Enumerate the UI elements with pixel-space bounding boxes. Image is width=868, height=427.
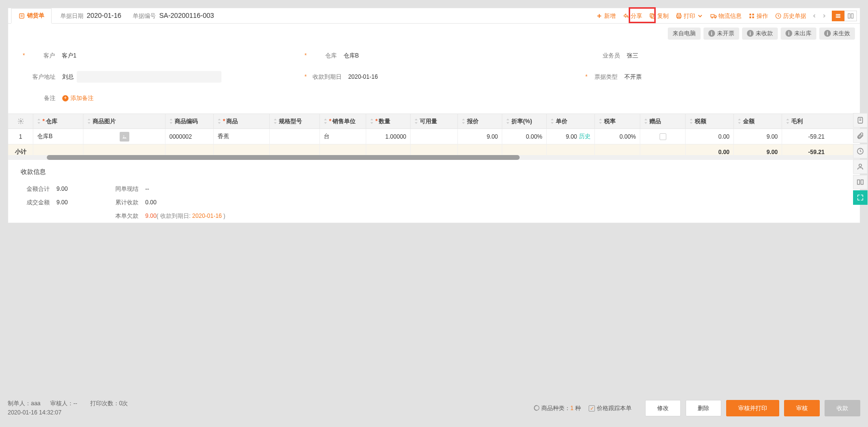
plus-circle-icon: + xyxy=(62,95,69,101)
cell-avail[interactable] xyxy=(411,129,458,144)
cell-code[interactable]: 0000002 xyxy=(165,129,214,144)
col-spec[interactable]: 规格型号 xyxy=(270,114,320,128)
svg-rect-10 xyxy=(752,14,754,15)
addr-value[interactable]: 刘总 xyxy=(62,73,74,81)
status-not-invoiced[interactable]: i未开票 xyxy=(703,28,739,40)
copy-button[interactable]: 复制 xyxy=(646,8,672,24)
delete-button[interactable]: 删除 xyxy=(686,400,721,416)
settle-value: -- xyxy=(145,185,149,192)
warehouse-value[interactable]: 仓库B xyxy=(344,52,359,60)
logistics-button[interactable]: 物流信息 xyxy=(707,8,745,24)
customer-value[interactable]: 客户1 xyxy=(62,52,77,60)
share-button[interactable]: 分享 xyxy=(619,8,646,24)
new-button[interactable]: 新增 xyxy=(592,8,619,24)
col-warehouse[interactable]: *仓库 xyxy=(33,114,83,128)
payment-title: 收款信息 xyxy=(21,168,847,176)
svg-rect-15 xyxy=(851,14,853,18)
tab-sales-order[interactable]: 销货单 xyxy=(11,8,52,24)
due-value[interactable]: 2020-01-16 xyxy=(348,73,378,80)
price-history-link[interactable]: 历史 xyxy=(579,132,591,141)
svg-point-20 xyxy=(859,164,861,167)
acc-value: 0.00 xyxy=(145,199,156,206)
view-list[interactable] xyxy=(832,11,844,21)
sales-order-icon xyxy=(18,13,25,19)
svg-rect-2 xyxy=(650,14,653,17)
salesman-label: 业务员 xyxy=(591,52,620,60)
rail-user[interactable] xyxy=(853,159,868,174)
gift-checkbox[interactable] xyxy=(660,133,666,140)
operate-button[interactable]: 操作 xyxy=(745,8,772,24)
footer-timestamp: 2020-01-16 14:32:07 xyxy=(8,409,61,416)
rail-related[interactable] xyxy=(853,175,868,189)
svg-rect-6 xyxy=(711,14,714,17)
grid-icon xyxy=(748,13,755,19)
audit-print-button[interactable]: 审核并打印 xyxy=(726,400,779,416)
col-discount[interactable]: 折率(%) xyxy=(502,114,547,128)
invoice-type-value[interactable]: 不开票 xyxy=(624,73,642,81)
col-avail[interactable]: 可用量 xyxy=(411,114,458,128)
cell-price[interactable]: 9.00历史 xyxy=(547,129,595,144)
add-note-button[interactable]: +添加备注 xyxy=(62,94,94,102)
rail-note[interactable] xyxy=(853,113,868,128)
plus-icon xyxy=(596,13,603,19)
svg-point-16 xyxy=(20,120,22,122)
col-unit[interactable]: *销售单位 xyxy=(320,114,366,128)
history-doc-button[interactable]: 历史单据 xyxy=(772,8,810,24)
col-price[interactable]: 单价 xyxy=(547,114,595,128)
col-tax[interactable]: 税率 xyxy=(595,114,640,128)
table-row[interactable]: 1 仓库B 0000002 香蕉 台 1.00000 9.00 0.00% 9.… xyxy=(8,129,860,144)
cell-image[interactable] xyxy=(83,129,165,144)
col-image[interactable]: 商品图片 xyxy=(83,114,165,128)
cell-warehouse[interactable]: 仓库B xyxy=(33,129,83,144)
nav-next[interactable] xyxy=(819,8,829,24)
truck-icon xyxy=(710,13,717,19)
svg-point-8 xyxy=(715,17,716,18)
svg-rect-22 xyxy=(861,180,863,184)
warehouse-label: 仓库 xyxy=(308,52,337,60)
status-not-out[interactable]: i未出库 xyxy=(781,28,816,40)
col-quote[interactable]: 报价 xyxy=(458,114,502,128)
due-label: 收款到期日 xyxy=(308,73,342,81)
invoice-type-label: 票据类型 xyxy=(589,73,618,81)
print-button[interactable]: 打印 xyxy=(672,8,707,24)
svg-rect-11 xyxy=(749,16,751,18)
price-follow-checkbox[interactable]: ✓价格跟踪本单 xyxy=(589,404,632,413)
cell-unit[interactable]: 台 xyxy=(320,129,366,144)
col-tax-amount[interactable]: 税额 xyxy=(686,114,734,128)
status-not-received[interactable]: i未收款 xyxy=(742,28,778,40)
history-icon xyxy=(775,13,782,19)
grid-h-scrollbar[interactable] xyxy=(8,155,860,160)
tab-title: 销货单 xyxy=(27,12,44,20)
cell-quote[interactable]: 9.00 xyxy=(458,129,502,144)
cell-tax[interactable]: 0.00% xyxy=(595,129,640,144)
col-code[interactable]: 商品编码 xyxy=(165,114,214,128)
rail-expand[interactable] xyxy=(853,190,868,205)
cell-spec[interactable] xyxy=(270,129,320,144)
info-icon: i xyxy=(708,30,715,37)
col-amount[interactable]: 金额 xyxy=(734,114,782,128)
cell-product[interactable]: 香蕉 xyxy=(214,129,270,144)
cell-amount: 9.00 xyxy=(734,129,782,144)
grid-settings[interactable] xyxy=(8,114,33,128)
row-index: 1 xyxy=(8,129,33,144)
nav-prev[interactable] xyxy=(810,8,819,24)
modify-button[interactable]: 修改 xyxy=(645,400,681,416)
col-qty[interactable]: *数量 xyxy=(366,114,411,128)
col-gift[interactable]: 赠品 xyxy=(640,114,686,128)
status-not-effective[interactable]: i未生效 xyxy=(819,28,855,40)
view-card[interactable] xyxy=(844,11,857,21)
rail-log[interactable] xyxy=(853,144,868,158)
cell-gift[interactable] xyxy=(640,129,686,144)
info-icon: i xyxy=(824,30,831,37)
scrollbar-thumb[interactable] xyxy=(47,155,520,160)
audit-button[interactable]: 审核 xyxy=(784,400,820,416)
cell-qty[interactable]: 1.00000 xyxy=(366,129,411,144)
rail-attach[interactable] xyxy=(853,128,868,143)
cell-tax-amount: 0.00 xyxy=(686,129,734,144)
chevron-down-icon xyxy=(697,13,703,19)
doc-info: 单据日期 2020-01-16 单据编号 SA-20200116-003 xyxy=(60,12,214,20)
col-profit[interactable]: 毛利 xyxy=(782,114,828,128)
col-product[interactable]: *商品 xyxy=(214,114,270,128)
cell-discount[interactable]: 0.00% xyxy=(502,129,547,144)
salesman-value[interactable]: 张三 xyxy=(627,52,638,60)
